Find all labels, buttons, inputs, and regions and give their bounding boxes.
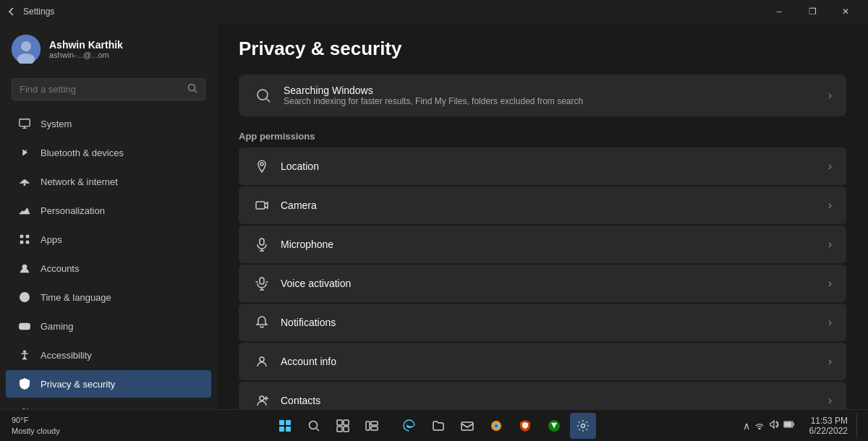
sidebar: Ashwin Karthik ashwin-...@...om System <box>0 23 217 409</box>
search-icon <box>187 83 197 95</box>
account-info-icon <box>253 353 271 370</box>
search-banner-text: Searching Windows Search indexing for fa… <box>284 85 583 106</box>
permission-chevron-contacts: › <box>828 394 832 407</box>
sidebar-item-time[interactable]: Time & language <box>6 283 211 311</box>
svg-point-20 <box>24 351 26 353</box>
svg-point-21 <box>258 90 268 100</box>
date-display: 6/22/2022 <box>809 426 848 436</box>
permission-item-voice[interactable]: Voice activation › <box>239 265 846 302</box>
search-banner[interactable]: Searching Windows Search indexing for fa… <box>239 74 846 116</box>
permission-item-contacts[interactable]: Contacts › <box>239 382 846 409</box>
svg-rect-48 <box>344 420 349 425</box>
svg-point-8 <box>24 184 25 186</box>
svg-rect-10 <box>26 235 30 239</box>
permission-chevron-notifications: › <box>828 316 832 329</box>
sidebar-item-system[interactable]: System <box>6 110 211 137</box>
taskbar-mail-button[interactable] <box>454 413 480 439</box>
svg-line-22 <box>267 99 271 103</box>
weather-desc: Mostly cloudy <box>12 426 60 436</box>
start-button[interactable] <box>272 413 298 439</box>
restore-button[interactable]: ❐ <box>796 0 829 23</box>
svg-point-18 <box>26 325 27 326</box>
taskbar-brave-button[interactable] <box>512 413 538 439</box>
sidebar-item-bluetooth[interactable]: Bluetooth & devices <box>6 139 211 166</box>
minimize-button[interactable]: – <box>762 0 796 23</box>
app-permissions-label: App permissions <box>239 131 846 142</box>
bluetooth-icon <box>17 145 32 160</box>
sidebar-label-apps: Apps <box>41 234 62 245</box>
svg-rect-44 <box>286 427 291 432</box>
apps-icon <box>17 232 32 247</box>
search-banner-subtitle: Search indexing for faster results, Find… <box>284 96 583 106</box>
sidebar-item-personalization[interactable]: Personalization <box>6 197 211 224</box>
svg-point-19 <box>25 327 25 327</box>
permission-name-notifications: Notifications <box>281 317 336 328</box>
svg-rect-11 <box>20 241 24 244</box>
svg-rect-54 <box>461 422 473 430</box>
tray-network[interactable] <box>754 419 765 432</box>
sidebar-item-gaming[interactable]: Gaming <box>6 312 211 340</box>
svg-point-13 <box>22 265 26 269</box>
system-icon <box>17 116 32 131</box>
svg-rect-47 <box>337 420 342 425</box>
permission-item-camera[interactable]: Camera › <box>239 187 846 224</box>
permissions-list: Location › Camera › <box>239 147 846 409</box>
sidebar-label-personalization: Personalization <box>41 205 105 216</box>
notifications-icon <box>253 314 271 331</box>
user-profile[interactable]: Ashwin Karthik ashwin-...@...om <box>0 23 217 72</box>
back-icon[interactable] <box>6 6 17 17</box>
svg-point-1 <box>21 41 31 51</box>
taskbar-time[interactable]: 11:53 PM 6/22/2022 <box>804 416 854 436</box>
taskbar-firefox-button[interactable] <box>483 413 509 439</box>
close-button[interactable]: ✕ <box>829 0 862 23</box>
tray-speaker[interactable] <box>769 419 779 432</box>
sidebar-item-privacy[interactable]: Privacy & security <box>6 370 211 398</box>
taskbar-search-button[interactable] <box>301 413 327 439</box>
taskbar-taskview-button[interactable] <box>330 413 356 439</box>
tray-battery[interactable] <box>783 419 795 432</box>
permission-left-microphone: Microphone <box>253 236 333 253</box>
taskbar-xbox-button[interactable] <box>541 413 567 439</box>
svg-rect-51 <box>366 421 370 430</box>
time-display: 11:53 PM <box>809 416 848 426</box>
svg-rect-41 <box>279 420 284 425</box>
voice-icon <box>253 275 271 292</box>
permission-chevron-location: › <box>828 160 832 173</box>
show-desktop-button[interactable] <box>856 413 862 439</box>
permission-item-account-info[interactable]: Account info › <box>239 343 846 380</box>
permission-left-contacts: Contacts <box>253 392 320 409</box>
svg-rect-64 <box>785 422 791 427</box>
permission-name-contacts: Contacts <box>281 395 320 406</box>
search-box[interactable] <box>12 78 205 100</box>
permission-item-notifications[interactable]: Notifications › <box>239 304 846 341</box>
user-name: Ashwin Karthik <box>49 39 123 51</box>
permission-item-microphone[interactable]: Microphone › <box>239 226 846 263</box>
tray-chevron[interactable]: ∧ <box>743 420 750 432</box>
svg-point-31 <box>260 357 264 361</box>
main-layout: Ashwin Karthik ashwin-...@...om System <box>0 23 868 409</box>
sidebar-item-apps[interactable]: Apps <box>6 226 211 253</box>
sidebar-item-accessibility[interactable]: Accessibility <box>6 341 211 369</box>
sidebar-item-windows-update[interactable]: Windows Update <box>6 399 211 409</box>
taskbar-widgets-button[interactable] <box>359 413 385 439</box>
taskbar-explorer-button[interactable] <box>425 413 451 439</box>
svg-rect-28 <box>260 278 264 284</box>
permission-chevron-voice: › <box>828 277 832 290</box>
taskbar-settings-button[interactable] <box>570 413 596 439</box>
accessibility-icon <box>17 348 32 362</box>
sidebar-label-time: Time & language <box>41 292 111 303</box>
content-area: Privacy & security Searching Windows Sea… <box>217 23 868 409</box>
svg-point-32 <box>260 396 264 401</box>
search-banner-title: Searching Windows <box>284 85 583 96</box>
svg-point-57 <box>495 424 498 427</box>
user-info: Ashwin Karthik ashwin-...@...om <box>49 39 123 59</box>
permission-chevron-account-info: › <box>828 355 832 368</box>
search-input[interactable] <box>20 84 182 95</box>
taskbar-edge-button[interactable] <box>396 413 422 439</box>
taskbar-weather[interactable]: 90°F Mostly cloudy <box>6 415 66 436</box>
permission-item-location[interactable]: Location › <box>239 147 846 185</box>
sidebar-item-accounts[interactable]: Accounts <box>6 254 211 282</box>
gaming-icon <box>17 319 32 333</box>
sidebar-item-network[interactable]: Network & internet <box>6 168 211 195</box>
network-icon <box>17 174 32 189</box>
